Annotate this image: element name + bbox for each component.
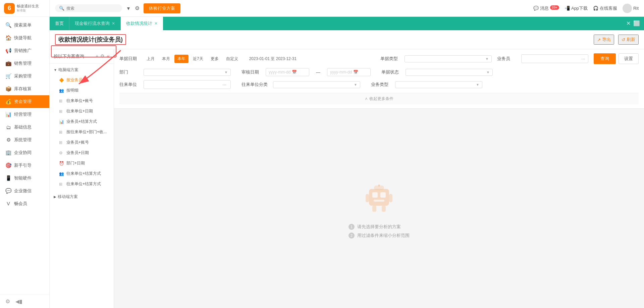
online-support[interactable]: 🎧 在线客服 [593,5,617,11]
sidebar-item-marketing[interactable]: 📢 营销推广 [0,44,49,57]
group-toggle-icon: ▼ [54,68,57,72]
receipt-status-select[interactable]: ▼ [406,69,493,76]
plan-item-salesperson-account[interactable]: ⊞ 业务员+账号 [50,137,114,148]
salesperson-label: 业务员 [497,56,516,62]
salesperson-select[interactable]: ··· [521,54,588,63]
export-button[interactable]: ↗ 导出 [594,35,614,45]
plan-group-mobile-title[interactable]: ▶ 移动端方案 [50,192,114,202]
plan-settings-icon[interactable]: ⚙ [100,53,105,59]
date-tab-thismonth[interactable]: 本月 [159,55,173,63]
salesperson-more-icon[interactable]: ··· [581,56,585,61]
sidebar-item-guide[interactable]: 🎯 新手引导 [0,159,49,172]
add-plan-icon[interactable]: + [96,53,98,59]
plan-item-salesperson[interactable]: 🔶 按业务员 [50,75,114,85]
plan-item-salesperson-settlement[interactable]: 📊 业务员+结算方式 [50,116,114,127]
app-download[interactable]: 📲 App下载 [565,5,588,11]
review-date-start[interactable]: yyyy-mm-dd 📅 [266,68,309,76]
sidebar-item-operation[interactable]: 📊 经营管理 [0,108,49,121]
refresh-button[interactable]: ↺ 刷新 [618,35,639,45]
plan-item-partner-settlement2[interactable]: ⊞ 往来单位+结算方式 [50,179,114,189]
topbar-gear-icon[interactable]: ⚙ [135,5,140,11]
partner-label: 往来单位 [119,82,138,88]
topbar-search[interactable]: 🔍 [55,4,122,12]
plan-item-partner-dept[interactable]: ⊞ 按往来单位+部门+收... [50,127,114,137]
review-date-end[interactable]: yyyy-mm-dd 📅 [327,68,371,76]
filter-row-1: 单据日期 上月 本月 本年 近7天 更多 自定义 2023-01-01 至 20… [119,53,639,64]
sidebar-item-purchase[interactable]: 🛒 采购管理 [0,70,49,83]
ps2-icon: ⊞ [59,182,64,187]
notification-area[interactable]: 💬 消息 99+ [533,5,559,11]
plan-item-partner-account[interactable]: ⊞ 往来单位+账号 [50,96,114,106]
sidebar-settings-icon[interactable]: ⚙ [5,298,10,305]
dd-icon: ⏰ [59,161,64,166]
marketing-icon: 📢 [5,48,11,54]
date-separator: — [315,70,322,75]
business-type-select[interactable]: ▼ [395,81,482,88]
page-header-actions: ↗ 导出 ↺ 刷新 [594,35,639,45]
collapse-filter-bar[interactable]: ∧ 收起更多条件 [119,93,639,104]
tab-bank-close[interactable]: ✕ [112,21,115,26]
topbar: 🔍 ▼ ⚙ 体验行业方案 💬 消息 99+ 📲 App下载 🎧 在线客服 Rit [50,0,644,17]
sidebar-item-sales[interactable]: 💼 销售管理 [0,57,49,70]
sidebar-item-finance[interactable]: 💰 资金管理 [0,95,49,108]
calendar-icon: 📅 [292,70,297,74]
user-area[interactable]: Rit [623,4,639,13]
plan-item-salesperson-date[interactable]: ⚙ 业务员+日期 [50,148,114,158]
trial-button[interactable]: 体验行业方案 [144,3,180,13]
tab-receipt-close[interactable]: ✕ [154,21,158,26]
plan-group-pc-title[interactable]: ▼ 电脑端方案 [50,65,114,75]
main-wrapper: 🔍 ▼ ⚙ 体验行业方案 💬 消息 99+ 📲 App下载 🎧 在线客服 Rit [50,0,644,308]
empty-step-1: 1 请先选择要分析的方案 [348,224,410,230]
plan-group-mobile: ▶ 移动端方案 [50,191,114,203]
search-input[interactable] [66,6,113,11]
sidebar-item-search[interactable]: 🔍 搜索菜单 [0,19,49,32]
sidebar-item-corp[interactable]: 🏢 企业协同 [0,146,49,159]
date-tabs: 上月 本月 本年 近7天 更多 自定义 [144,55,241,63]
sidebar-item-wechat[interactable]: 💬 企业微信 [0,185,49,197]
close-window-icon[interactable]: ✕ [626,20,631,27]
receipt-type-select[interactable]: ▼ [405,55,492,62]
date-tab-thisyear[interactable]: 本年 [174,55,189,63]
partner-more-icon[interactable]: ··· [222,82,226,87]
sidebar-item-inventory[interactable]: 📦 库存核算 [0,83,49,95]
settings-button[interactable]: 设置 [619,53,639,64]
filter-row-3: 往来单位 ··· 往来单位分类 ▼ 业务类型 [119,80,639,89]
date-range-display: 2023-01-01 至 2023-12-31 [249,56,297,62]
date-tab-more[interactable]: 更多 [208,55,222,63]
partner-category-dropdown-icon: ▼ [354,83,357,87]
active-plan-icon: 🔶 [59,78,64,83]
sidebar-item-quicknav[interactable]: 🏠 快捷导航 [0,32,49,44]
plan-item-partner-date[interactable]: ⊞ 往来单位+日期 [50,106,114,116]
dept-select[interactable]: ▼ [144,69,231,76]
notification-badge: 99+ [550,5,559,10]
plan-item-dept-date[interactable]: ⏰ 部门+日期 [50,158,114,168]
date-tab-7days[interactable]: 近7天 [190,55,206,63]
finance-icon: 💰 [5,99,11,105]
sidebar-item-system[interactable]: ⚙ 系统管理 [0,134,49,146]
logo-badge: 标准版 [17,8,39,13]
tab-bank[interactable]: 现金银行流水查询 ✕ [69,17,121,30]
refresh-icon: ↺ [622,37,625,42]
partner-category-select[interactable]: ▼ [273,81,360,88]
partner-category-label: 往来单位分类 [241,82,268,88]
receipt-type-dropdown-icon: ▼ [485,57,489,61]
topbar-dropdown-icon[interactable]: ▼ [126,6,131,11]
date-tab-lastmonth[interactable]: 上月 [144,55,158,63]
collapse-panel-icon[interactable]: « [107,53,110,59]
partner-select[interactable]: ··· [144,80,231,89]
empty-step-2: 2 用过滤条件来缩小分析范围 [348,233,410,239]
sidebar-item-basic[interactable]: 🗂 基础信息 [0,121,49,134]
query-button[interactable]: 查询 [594,53,616,64]
sidebar-item-member[interactable]: V 畅会员 [0,197,49,210]
tab-receipt[interactable]: 收款情况统计 ✕ [121,17,163,30]
sidebar-collapse-icon[interactable]: ◀▮ [15,298,22,305]
tab-home[interactable]: 首页 [50,17,69,30]
search-icon: 🔍 [5,22,11,28]
sac-icon: ⊞ [59,140,64,145]
maximize-window-icon[interactable]: ⬜ [633,20,640,27]
logo-text: 畅捷通好生意 [17,4,39,8]
sidebar-item-hardware[interactable]: 📱 智能硬件 [0,172,49,185]
plan-item-detail[interactable]: 👥 按明细 [50,85,114,96]
date-tab-custom[interactable]: 自定义 [223,55,241,63]
plan-item-partner-settlement1[interactable]: 👥 往来单位+结算方式 [50,168,114,179]
